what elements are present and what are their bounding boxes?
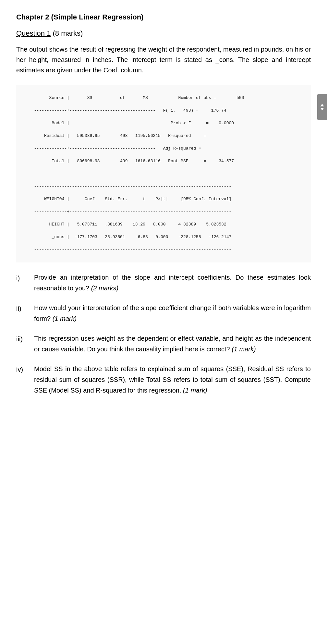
question-text-iv: Model SS in the above table refers to ex… bbox=[34, 365, 311, 394]
reg-line5: -------------+--------------------------… bbox=[34, 146, 201, 151]
reg-line3: Model | Prob > F = 0.0000 bbox=[34, 121, 234, 126]
question-text-i: Provide an interpretation of the slope a… bbox=[34, 274, 311, 292]
reg-line13: ----------------------------------------… bbox=[34, 247, 232, 252]
regression-table: Source | SS df MS Number of obs = 500 --… bbox=[19, 88, 308, 259]
question-item-ii: ii) How would your interpretation of the… bbox=[16, 303, 311, 324]
reg-line4: Residual | 595389.95 498 1195.56215 R-sq… bbox=[34, 133, 206, 138]
reg-line6: Total | 806698.98 499 1616.63116 Root MS… bbox=[34, 159, 234, 164]
intro-text: The output shows the result of regressin… bbox=[16, 44, 311, 75]
question-text-iii: This regression uses weight as the depen… bbox=[34, 335, 311, 353]
question-body-iv: Model SS in the above table refers to ex… bbox=[34, 364, 311, 396]
question-mark-i: (2 marks) bbox=[91, 285, 118, 292]
reg-line11: HEIGHT | 5.073711 .381639 13.29 0.000 4.… bbox=[34, 222, 226, 227]
scroll-indicator[interactable] bbox=[317, 94, 327, 120]
question-item-iv: iv) Model SS in the above table refers t… bbox=[16, 364, 311, 396]
regression-table-container: Source | SS df MS Number of obs = 500 --… bbox=[16, 85, 311, 262]
question-label-ii: ii) bbox=[16, 303, 34, 314]
page-container: Chapter 2 (Simple Linear Regression) Que… bbox=[0, 0, 327, 644]
question-title: Question 1 (8 marks) bbox=[16, 29, 311, 38]
question-marks: (8 marks) bbox=[53, 29, 83, 37]
question-body-ii: How would your interpretation of the slo… bbox=[34, 303, 311, 324]
questions-list: i) Provide an interpretation of the slop… bbox=[16, 272, 311, 396]
question-body-i: Provide an interpretation of the slope a… bbox=[34, 272, 311, 294]
question-label-iii: iii) bbox=[16, 333, 34, 345]
reg-line9: WEIGHT04 | Coef. Std. Err. t P>|t| [95% … bbox=[34, 197, 232, 201]
question-label: Question 1 bbox=[16, 29, 51, 37]
question-item-i: i) Provide an interpretation of the slop… bbox=[16, 272, 311, 294]
question-item-iii: iii) This regression uses weight as the … bbox=[16, 333, 311, 355]
question-mark-iv: (1 mark) bbox=[183, 387, 207, 394]
chapter-title: Chapter 2 (Simple Linear Regression) bbox=[16, 13, 311, 21]
reg-line8: ----------------------------------------… bbox=[34, 184, 232, 189]
reg-line12: _cons | -177.1703 25.93501 -6.83 0.000 -… bbox=[34, 235, 232, 239]
reg-line10: -------------+--------------------------… bbox=[34, 209, 232, 214]
reg-line1: Source | SS df MS Number of obs = 500 bbox=[34, 95, 244, 100]
question-label-iv: iv) bbox=[16, 364, 34, 375]
scroll-down-icon[interactable] bbox=[320, 108, 324, 110]
question-label-i: i) bbox=[16, 272, 34, 284]
question-mark-ii: (1 mark) bbox=[53, 315, 77, 322]
reg-line2: -------------+--------------------------… bbox=[34, 108, 226, 113]
scroll-up-icon[interactable] bbox=[320, 104, 324, 106]
question-body-iii: This regression uses weight as the depen… bbox=[34, 333, 311, 355]
question-mark-iii: (1 mark) bbox=[232, 346, 256, 353]
